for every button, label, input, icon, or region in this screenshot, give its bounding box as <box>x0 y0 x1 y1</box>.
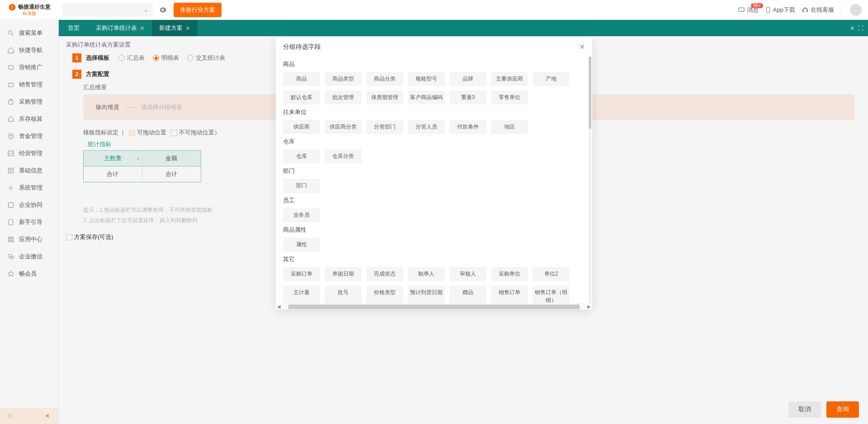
gear-icon <box>159 6 166 14</box>
online-service-link[interactable]: 在线客服 <box>802 6 834 14</box>
svg-rect-1 <box>766 7 769 13</box>
field-chip[interactable]: 赠品 <box>449 286 486 303</box>
field-chip[interactable]: 供应商分类 <box>325 120 362 134</box>
field-select-modal: 分组待选字段 ✕ 商品商品商品类型商品分类规格型号品牌主要供应商产地默认仓库批次… <box>276 37 592 310</box>
field-group-title: 其它 <box>283 255 585 263</box>
modal-mask: 分组待选字段 ✕ 商品商品商品类型商品分类规格型号品牌主要供应商产地默认仓库批次… <box>0 20 868 424</box>
app-download-label: App下载 <box>773 6 795 14</box>
brand-text: 畅捷通好生意 <box>18 3 51 11</box>
field-group-title: 商品属性 <box>283 226 585 234</box>
modal-header: 分组待选字段 ✕ <box>276 37 592 57</box>
scroll-left-icon[interactable]: ◀ <box>276 304 282 309</box>
field-group-6: 其它采购订单单据日期完成状态制单人审核人采购单位单位2主计量批号价格类型预计到货… <box>283 255 585 303</box>
brand-icon <box>8 3 16 11</box>
field-chip[interactable]: 预计到货日期 <box>408 286 445 303</box>
field-group-0: 商品商品商品类型商品分类规格型号品牌主要供应商产地默认仓库批次管理保质期管理客户… <box>283 60 585 105</box>
field-group-3: 部门部门 <box>283 167 585 193</box>
field-chip[interactable]: 保质期管理 <box>366 91 403 105</box>
field-chip[interactable]: 属性 <box>283 238 320 252</box>
field-group-4: 员工业务员 <box>283 196 585 222</box>
settings-button[interactable] <box>156 4 169 16</box>
field-chip[interactable]: 付款条件 <box>449 120 486 134</box>
field-chip[interactable]: 重量3 <box>449 91 486 105</box>
field-chip[interactable]: 销售订单（明细） <box>533 286 570 303</box>
field-chip[interactable]: 部门 <box>283 179 320 193</box>
chevron-down-icon: ⌄ <box>143 6 148 13</box>
field-chip[interactable]: 采购订单 <box>283 267 320 281</box>
field-chip[interactable]: 完成状态 <box>366 267 403 281</box>
topbar: 畅捷通好生意 标准版 ⌄ 体验行业方案 消息 99+ App下载 在线客服 <box>0 0 868 20</box>
field-chip[interactable]: 单据日期 <box>325 267 362 281</box>
modal-body: 商品商品商品类型商品分类规格型号品牌主要供应商产地默认仓库批次管理保质期管理客户… <box>276 57 592 303</box>
field-chip[interactable]: 商品类型 <box>325 72 362 86</box>
field-chip[interactable]: 商品 <box>283 72 320 86</box>
field-chip[interactable]: 仓库分类 <box>325 149 362 163</box>
field-chip[interactable]: 批次管理 <box>325 91 362 105</box>
modal-title: 分组待选字段 <box>283 43 321 51</box>
field-group-title: 员工 <box>283 196 585 205</box>
field-chip[interactable]: 单位2 <box>533 267 570 281</box>
field-chip[interactable]: 仓库 <box>283 149 320 163</box>
field-group-1: 往来单位供应商供应商分类分管部门分管人员付款条件地区 <box>283 108 585 134</box>
field-chip[interactable]: 制单人 <box>408 267 445 281</box>
field-chip[interactable]: 分管人员 <box>408 120 445 134</box>
avatar[interactable] <box>850 4 862 16</box>
field-group-5: 商品属性属性 <box>283 226 585 252</box>
field-group-title: 部门 <box>283 167 585 175</box>
message-icon <box>738 6 745 14</box>
field-group-title: 往来单位 <box>283 108 585 116</box>
field-chip[interactable]: 主要供应商 <box>491 72 528 86</box>
field-chip[interactable]: 规格型号 <box>408 72 445 86</box>
field-chip[interactable]: 默认仓库 <box>283 91 320 105</box>
field-group-title: 仓库 <box>283 138 585 146</box>
messages-link[interactable]: 消息 99+ <box>738 6 759 14</box>
field-chip[interactable]: 主计量 <box>283 286 320 303</box>
company-selector[interactable]: ⌄ <box>62 3 153 17</box>
field-chip[interactable]: 销售订单 <box>491 286 528 303</box>
scroll-right-icon[interactable]: ▶ <box>586 304 592 309</box>
field-chip[interactable]: 价格类型 <box>366 286 403 303</box>
h-scrollbar-thumb[interactable] <box>288 305 580 309</box>
phone-icon <box>765 6 771 14</box>
field-chip[interactable]: 供应商 <box>283 120 320 134</box>
close-icon[interactable]: ✕ <box>579 43 585 51</box>
field-chip[interactable]: 零售单位 <box>491 91 528 105</box>
online-service-label: 在线客服 <box>811 6 834 14</box>
field-chip[interactable]: 审核人 <box>449 267 486 281</box>
field-chip[interactable]: 批号 <box>325 286 362 303</box>
field-chip[interactable]: 产地 <box>533 72 570 86</box>
field-chip[interactable]: 商品分类 <box>366 72 403 86</box>
modal-scrollbar[interactable] <box>589 57 591 303</box>
field-chip[interactable]: 采购单位 <box>491 267 528 281</box>
modal-horizontal-scroll[interactable]: ◀ ▶ <box>276 303 592 310</box>
field-chip[interactable]: 品牌 <box>449 72 486 86</box>
field-group-2: 仓库仓库仓库分类 <box>283 138 585 163</box>
field-chip[interactable]: 业务员 <box>283 208 320 222</box>
try-industry-button[interactable]: 体验行业方案 <box>174 3 222 17</box>
messages-badge: 99+ <box>751 3 763 8</box>
field-chip[interactable]: 地区 <box>491 120 528 134</box>
svg-rect-0 <box>739 8 744 11</box>
logo: 畅捷通好生意 标准版 <box>0 0 59 20</box>
field-group-title: 商品 <box>283 60 585 68</box>
headset-icon <box>802 6 809 14</box>
divider <box>840 5 841 14</box>
brand-edition: 标准版 <box>23 10 36 17</box>
field-chip[interactable]: 客户商品编码 <box>408 91 445 105</box>
modal-scrollbar-thumb[interactable] <box>589 57 591 129</box>
field-chip[interactable]: 分管部门 <box>366 120 403 134</box>
app-download-link[interactable]: App下载 <box>765 6 795 14</box>
topbar-right: 消息 99+ App下载 在线客服 <box>738 4 862 16</box>
